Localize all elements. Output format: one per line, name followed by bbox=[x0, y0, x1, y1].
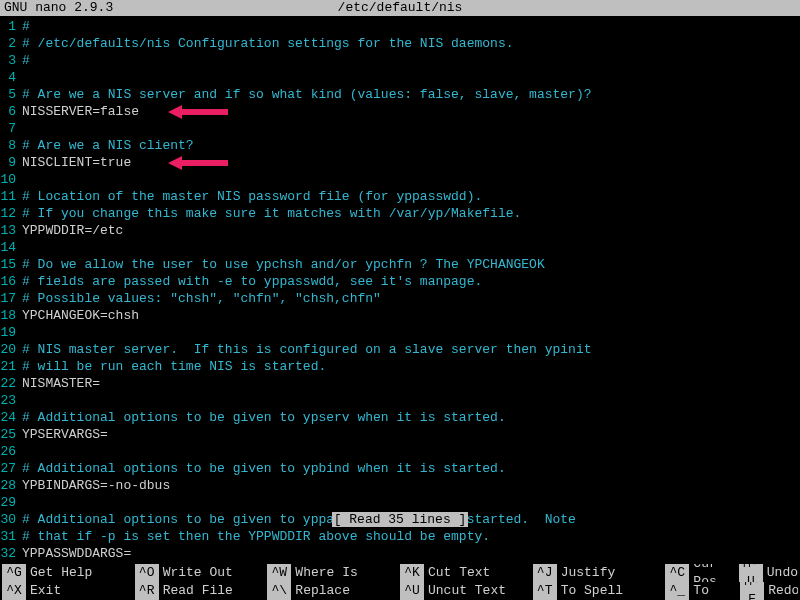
line-number: 19 bbox=[0, 324, 18, 341]
line-number: 9 bbox=[0, 154, 18, 171]
code-line[interactable]: YPPASSWDDARGS= bbox=[22, 545, 800, 562]
code-line[interactable]: # will be run each time NIS is started. bbox=[22, 358, 800, 375]
shortcut-item[interactable]: ^_Go To Line M-ERedo bbox=[665, 582, 798, 600]
line-number: 6 bbox=[0, 103, 18, 120]
line-number: 8 bbox=[0, 137, 18, 154]
code-line[interactable]: NISSERVER=false bbox=[22, 103, 800, 120]
line-number: 14 bbox=[0, 239, 18, 256]
line-number: 29 bbox=[0, 494, 18, 511]
annotation-arrow-icon bbox=[168, 156, 228, 170]
code-line[interactable] bbox=[22, 239, 800, 256]
shortcut-label: Get Help bbox=[30, 564, 92, 582]
line-number: 15 bbox=[0, 256, 18, 273]
line-number: 23 bbox=[0, 392, 18, 409]
code-line[interactable] bbox=[22, 494, 800, 511]
shortcut-label: Cur Pos bbox=[693, 564, 723, 582]
line-number: 2 bbox=[0, 35, 18, 52]
code-line[interactable]: YPSERVARGS= bbox=[22, 426, 800, 443]
app-name: GNU nano 2.9.3 bbox=[4, 0, 113, 16]
shortcut-item[interactable]: ^\Replace bbox=[267, 582, 400, 600]
line-number: 28 bbox=[0, 477, 18, 494]
shortcut-label: Cut Text bbox=[428, 564, 490, 582]
code-line[interactable]: # that if -p is set then the YPPWDDIR ab… bbox=[22, 528, 800, 545]
code-line[interactable]: # Additional options to be given to ypse… bbox=[22, 409, 800, 426]
line-number: 17 bbox=[0, 290, 18, 307]
shortcut-item[interactable]: ^RRead File bbox=[135, 582, 268, 600]
line-number: 31 bbox=[0, 528, 18, 545]
shortcut-label: Uncut Text bbox=[428, 582, 506, 600]
line-number: 22 bbox=[0, 375, 18, 392]
line-number: 1 bbox=[0, 18, 18, 35]
shortcut-item[interactable]: ^XExit bbox=[2, 582, 135, 600]
line-number: 18 bbox=[0, 307, 18, 324]
shortcut-label: Write Out bbox=[163, 564, 233, 582]
shortcut-label: Justify bbox=[561, 564, 616, 582]
line-number: 16 bbox=[0, 273, 18, 290]
shortcut-label: Exit bbox=[30, 582, 61, 600]
shortcut-item[interactable]: ^OWrite Out bbox=[135, 564, 268, 582]
code-line[interactable]: # fields are passed with -e to yppasswdd… bbox=[22, 273, 800, 290]
code-line[interactable]: # /etc/defaults/nis Configuration settin… bbox=[22, 35, 800, 52]
shortcut-key: ^\ bbox=[267, 582, 291, 600]
shortcut-key: ^O bbox=[135, 564, 159, 582]
code-line[interactable] bbox=[22, 443, 800, 460]
code-line[interactable]: # Are we a NIS client? bbox=[22, 137, 800, 154]
code-line[interactable]: NISCLIENT=true bbox=[22, 154, 800, 171]
shortcut-item[interactable]: ^KCut Text bbox=[400, 564, 533, 582]
code-line[interactable]: # Are we a NIS server and if so what kin… bbox=[22, 86, 800, 103]
line-number: 5 bbox=[0, 86, 18, 103]
line-number: 24 bbox=[0, 409, 18, 426]
code-line[interactable]: YPBINDARGS=-no-dbus bbox=[22, 477, 800, 494]
code-line[interactable]: # bbox=[22, 52, 800, 69]
code-line[interactable]: # Possible values: "chsh", "chfn", "chsh… bbox=[22, 290, 800, 307]
status-bar: [ Read 35 lines ] bbox=[0, 512, 800, 528]
shortcut-label: Read File bbox=[163, 582, 233, 600]
title-bar: GNU nano 2.9.3 /etc/default/nis bbox=[0, 0, 800, 16]
annotation-arrow-icon bbox=[168, 105, 228, 119]
shortcut-key: ^_ bbox=[665, 582, 689, 600]
code-line[interactable] bbox=[22, 120, 800, 137]
shortcut-item[interactable]: ^CCur Pos M-UUndo bbox=[665, 564, 798, 582]
file-path: /etc/default/nis bbox=[338, 0, 463, 16]
line-number-gutter: 1234567891011121314151617181920212223242… bbox=[0, 16, 18, 564]
shortcut-key: ^G bbox=[2, 564, 26, 582]
shortcut-item[interactable]: ^WWhere Is bbox=[267, 564, 400, 582]
code-line[interactable]: # Additional options to be given to ypbi… bbox=[22, 460, 800, 477]
svg-marker-0 bbox=[168, 105, 228, 119]
line-number: 4 bbox=[0, 69, 18, 86]
line-number: 10 bbox=[0, 171, 18, 188]
code-line[interactable] bbox=[22, 69, 800, 86]
line-number: 13 bbox=[0, 222, 18, 239]
code-line[interactable]: # NIS master server. If this is configur… bbox=[22, 341, 800, 358]
line-number: 27 bbox=[0, 460, 18, 477]
shortcut-bar: ^GGet Help^OWrite Out^WWhere Is^KCut Tex… bbox=[0, 564, 800, 600]
status-message: [ Read 35 lines ] bbox=[332, 512, 469, 527]
code-line[interactable]: YPPWDDIR=/etc bbox=[22, 222, 800, 239]
line-number: 32 bbox=[0, 545, 18, 562]
shortcut-item[interactable]: ^JJustify bbox=[533, 564, 666, 582]
line-number: 20 bbox=[0, 341, 18, 358]
shortcut-item[interactable]: ^TTo Spell bbox=[533, 582, 666, 600]
line-number: 3 bbox=[0, 52, 18, 69]
code-line[interactable]: # Location of the master NIS password fi… bbox=[22, 188, 800, 205]
shortcut-label: Undo bbox=[767, 564, 798, 582]
shortcut-key: ^J bbox=[533, 564, 557, 582]
shortcut-key: ^U bbox=[400, 582, 424, 600]
shortcut-item[interactable]: ^GGet Help bbox=[2, 564, 135, 582]
code-line[interactable]: NISMASTER= bbox=[22, 375, 800, 392]
code-line[interactable] bbox=[22, 171, 800, 188]
shortcut-key: ^R bbox=[135, 582, 159, 600]
shortcut-label: Replace bbox=[295, 582, 350, 600]
shortcut-label: Go To Line bbox=[693, 582, 724, 600]
shortcut-key: M-U bbox=[739, 564, 763, 582]
code-line[interactable]: YPCHANGEOK=chsh bbox=[22, 307, 800, 324]
code-line[interactable]: # bbox=[22, 18, 800, 35]
code-content[interactable]: ## /etc/defaults/nis Configuration setti… bbox=[18, 16, 800, 564]
line-number: 12 bbox=[0, 205, 18, 222]
code-line[interactable] bbox=[22, 392, 800, 409]
code-line[interactable] bbox=[22, 324, 800, 341]
editor-area[interactable]: 1234567891011121314151617181920212223242… bbox=[0, 16, 800, 564]
shortcut-item[interactable]: ^UUncut Text bbox=[400, 582, 533, 600]
code-line[interactable]: # Do we allow the user to use ypchsh and… bbox=[22, 256, 800, 273]
code-line[interactable]: # If you change this make sure it matche… bbox=[22, 205, 800, 222]
